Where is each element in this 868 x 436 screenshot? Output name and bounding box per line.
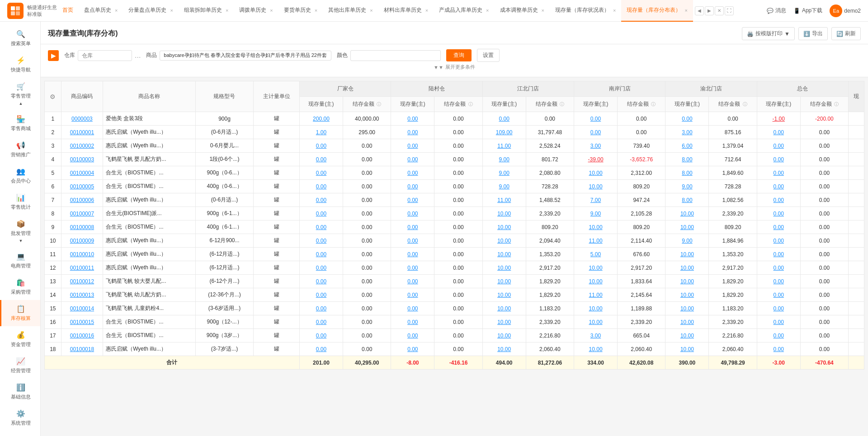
product-code[interactable]: 00100007 [61,207,103,220]
basic-info-icon: ℹ️ [16,383,25,392]
product-code[interactable]: 00100012 [61,275,103,288]
product-code[interactable]: 00100009 [61,234,103,248]
export-icon: ⬇️ [803,31,810,37]
nav-tab-1[interactable]: 分量盘点单历史 × [123,0,178,22]
close-tab-0[interactable]: × [115,8,118,13]
sidebar-item-basic-info[interactable]: ℹ️ 基础信息 [0,379,40,405]
close-tab-4[interactable]: × [315,8,317,13]
product-code[interactable]: 00100002 [61,139,103,153]
filter-area: ▶ 仓库 ... 商品 颜色 查询 设置 ▼▼ 展开更 [41,44,868,77]
warehouse-input[interactable] [78,50,132,61]
close-tab-8[interactable]: × [542,8,544,13]
nav-tab-0[interactable]: 盘点单历史 × [79,0,123,22]
product-code[interactable]: 0000003 [61,112,103,126]
app-download-btn[interactable]: 📱 App下载 [793,7,822,14]
print-icon: 🖨️ [747,31,754,37]
user-menu[interactable]: Ea demo2 [830,5,861,17]
product-code[interactable]: 00100008 [61,220,103,234]
message-icon: 💬 [767,8,774,14]
warehouse-dots[interactable]: ... [135,52,141,60]
sidebar-item-quick-nav[interactable]: ⚡ 快捷导航 [0,52,40,78]
close-tab-9[interactable]: × [613,8,616,13]
product-code[interactable]: 00100004 [61,166,103,180]
close-tab-7[interactable]: × [486,8,489,13]
sidebar-item-retail-mgmt[interactable]: 🛒 零售管理 ▲ [0,78,40,110]
logo-icon [7,3,24,19]
nav-tab-9[interactable]: 现存量（库存状况表） × [550,0,621,22]
table-row: 400100003飞鹤星飞帆 婴儿配方奶...1段(0-6个...)罐0.000… [45,153,864,166]
nav-tab-2[interactable]: 组装拆卸单历史 × [179,0,234,22]
data-table: ⚙ 商品编码 商品名称 规格型号 主计量单位 厂家仓 陆村仓 江北门店 南岸门店… [44,81,864,370]
query-button[interactable]: 查询 [446,49,472,61]
sidebar-item-purchase[interactable]: 🛍️ 采购管理 [0,274,40,300]
quick-nav-icon: ⚡ [16,56,25,65]
tab-prev[interactable]: ◀ [695,6,704,15]
sidebar-item-enterprise[interactable]: 🤝 企业协同 [0,431,40,436]
svg-rect-3 [16,11,20,15]
sidebar-item-members[interactable]: 👥 会员中心 [0,163,40,189]
product-code[interactable]: 00100006 [61,193,103,207]
sidebar-item-search[interactable]: 🔍 搜索英单 [0,25,40,52]
sidebar-item-inventory[interactable]: 📋 库存核算 [0,300,40,326]
product-code[interactable]: 00100010 [61,248,103,261]
close-tab-1[interactable]: × [170,8,173,13]
nav-tab-10[interactable]: 现存量（库存分布表） × [621,0,693,22]
svg-rect-1 [16,6,20,10]
sidebar-item-wholesale[interactable]: 📦 批发管理 ▼ [0,215,40,248]
sidebar-item-system[interactable]: ⚙️ 系统管理 [0,405,40,431]
nav-tab-4[interactable]: 要货单历史 × [278,0,323,22]
color-input[interactable] [350,50,441,61]
tab-close[interactable]: ✕ [715,6,724,15]
sidebar-item-finance[interactable]: 💰 资金管理 [0,326,40,352]
nav-tab-home[interactable]: 首页 [57,0,79,22]
close-tab-10[interactable]: × [684,8,687,13]
export-button[interactable]: ⬇️ 导出 [798,27,828,40]
product-code[interactable]: 00100014 [61,302,103,315]
close-tab-5[interactable]: × [370,8,373,13]
product-code[interactable]: 00100011 [61,261,103,275]
sidebar-item-marketing[interactable]: 📢 营销推广 [0,136,40,163]
table-row: 300100002惠氏启赋（Wyeth illu...）0-6月婴儿...罐0.… [45,139,864,153]
product-code[interactable]: 00100013 [61,288,103,302]
close-tab-2[interactable]: × [226,8,228,13]
nav-tab-3[interactable]: 调拨单历史 × [234,0,278,22]
nav-tab-5[interactable]: 其他出库单历史 × [323,0,378,22]
tab-expand[interactable]: ⛶ [725,6,734,15]
product-code[interactable]: 00100003 [61,153,103,166]
product-code[interactable]: 00100005 [61,180,103,193]
nav-tab-8[interactable]: 成本调整单历史 × [495,0,550,22]
col-yb-qty: 现存量(主) [665,97,709,112]
sidebar-item-operations[interactable]: 📈 经营管理 [0,352,40,379]
product-input[interactable] [160,51,331,61]
sidebar-item-retail-mall[interactable]: 🏪 零售商城 [0,110,40,136]
sidebar-item-ecommerce[interactable]: 💻 电商管理 [0,248,40,274]
nav-tab-6[interactable]: 材料出库单历史 × [378,0,434,22]
product-code[interactable]: 00100016 [61,329,103,342]
print-button[interactable]: 🖨️ 按模版打印 ▼ [742,27,795,40]
col-name: 商品名称 [103,81,196,112]
col-gear[interactable]: ⚙ [45,81,61,112]
sidebar-item-retail-stats[interactable]: 📊 零售统计 [0,189,40,215]
product-code[interactable]: 00100018 [61,342,103,356]
col-group-total: 总仓 [757,81,848,97]
col-na-qty: 现存量(主) [574,97,618,112]
system-icon: ⚙️ [16,409,25,418]
close-tab-3[interactable]: × [270,8,273,13]
close-tab-6[interactable]: × [425,8,428,13]
messages-btn[interactable]: 💬 消息 [767,7,786,14]
refresh-button[interactable]: 🔄 刷新 [831,27,861,40]
table-row: 1200100011惠氏启赋（Wyeth illu...）(6-12月适...)… [45,261,864,275]
nav-tab-7[interactable]: 产成品入库单历史 × [434,0,494,22]
tab-next[interactable]: ▶ [705,6,714,15]
settings-button[interactable]: 设置 [477,49,500,62]
filter-toggle-button[interactable]: ▶ [48,50,59,61]
expand-conditions[interactable]: ▼▼ 展开更多条件 [48,62,861,72]
product-code[interactable]: 00100001 [61,126,103,139]
page-header: 现存量查询(库存分布) 🖨️ 按模版打印 ▼ ⬇️ 导出 🔄 刷新 [41,22,868,44]
col-yb-amt: 结存金额 ⓘ [709,97,757,112]
col-group-na: 南岸门店 [574,81,665,97]
chevron-down-icon: ▼ [19,239,23,243]
product-code[interactable]: 00100015 [61,315,103,329]
product-field: 商品 [146,51,331,61]
table-row: 1300100012飞鹤星飞帆 较大婴儿配...(6-12个月...)罐0.00… [45,275,864,288]
